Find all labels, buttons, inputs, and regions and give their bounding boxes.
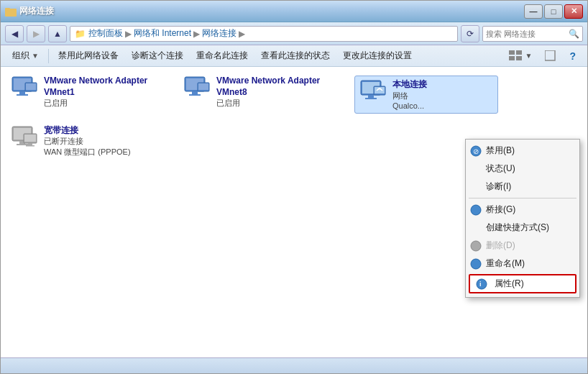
organize-arrow: ▼ [32,52,39,60]
svg-point-35 [471,205,481,215]
svg-point-38 [477,279,487,289]
local-adapter: Qualco... [392,101,495,110]
diagnose-label: 诊断这个连接 [132,50,183,62]
svg-rect-28 [17,144,28,145]
local-name: 本地连接 [392,79,495,91]
svg-rect-32 [26,145,35,147]
svg-point-37 [471,259,481,269]
toolbar-view-status[interactable]: 查看此连接的状态 [255,47,336,65]
breadcrumb-network-connections[interactable]: 网络连接 [202,27,236,40]
up-button[interactable]: ▲ [48,25,67,42]
broadband-type: WAN 微型端口 (PPPOE) [44,147,153,158]
vmnet1-icon [9,76,38,101]
forward-button[interactable]: ▶ [27,25,45,42]
view-status-label: 查看此连接的状态 [261,50,330,62]
broadband-info: 宽带连接 已断开连接 WAN 微型端口 (PPPOE) [44,125,153,158]
refresh-button[interactable]: ⟳ [461,25,479,42]
toolbar-rename[interactable]: 重命名此连接 [190,47,254,65]
search-input[interactable] [486,29,569,38]
file-row-1: VMware Network Adapter VMnet1 已启用 [9,76,579,114]
file-item-vmnet8[interactable]: VMware Network Adapter VMnet8 已启用 [182,76,326,109]
ctx-bridge-icon [470,204,482,216]
ctx-disable[interactable]: ⊘ 禁用(B) [466,142,579,160]
toolbar-view-toggle[interactable]: ▼ [503,47,538,65]
ctx-properties[interactable]: i 属性(R) [469,274,576,293]
toolbar-layout-toggle[interactable] [539,47,562,65]
svg-rect-3 [516,50,522,55]
broadband-status: 已断开连接 [44,136,153,147]
ctx-delete: 删除(D) [466,237,579,255]
ctx-diagnose[interactable]: 诊断(I) [466,178,579,196]
vmnet8-icon [182,76,211,101]
local-icon [358,79,387,105]
svg-rect-10 [17,94,28,96]
search-box[interactable]: 🔍 [482,26,583,42]
folder-icon [5,6,17,17]
addressbar: ◀ ▶ ▲ 📁 控制面板 ▶ 网络和 Internet ▶ 网络连接 ▶ ⟳ 🔍 [1,22,587,45]
context-menu: ⊘ 禁用(B) 状态(U) 诊断(I) 桥接(G) 创 [465,139,580,298]
ctx-disable-label: 禁用(B) [486,145,515,157]
file-item-broadband[interactable]: 宽带连接 已断开连接 WAN 微型端口 (PPPOE) [9,125,153,158]
svg-rect-2 [509,50,515,55]
local-network: 网络 [392,91,495,101]
breadcrumb-control-panel[interactable]: 控制面板 [88,27,123,40]
content-area: VMware Network Adapter VMnet1 已启用 [1,67,587,357]
svg-rect-16 [189,94,201,96]
vmnet1-name: VMware Network Adapter VMnet1 [44,76,153,98]
svg-rect-18 [198,83,208,90]
ctx-properties-label: 属性(R) [495,278,524,290]
address-path[interactable]: 📁 控制面板 ▶ 网络和 Internet ▶ 网络连接 ▶ [70,26,458,42]
ctx-bridge[interactable]: 桥接(G) [466,201,579,219]
close-button[interactable]: ✕ [564,4,583,19]
layout-icon [545,50,556,62]
view-icon [509,50,523,62]
svg-text:⊘: ⊘ [473,147,479,155]
svg-rect-6 [545,50,555,60]
search-icon[interactable]: 🔍 [569,29,579,39]
toolbar-disable[interactable]: 禁用此网络设备 [52,47,124,65]
view-arrow: ▼ [525,52,533,60]
file-item-local[interactable]: 本地连接 网络 Qualco... [354,76,498,114]
ctx-delete-label: 删除(D) [486,240,515,252]
ctx-status[interactable]: 状态(U) [466,160,579,178]
back-button[interactable]: ◀ [5,25,24,42]
svg-rect-4 [509,56,515,60]
svg-rect-12 [26,83,36,90]
vmnet8-name: VMware Network Adapter VMnet8 [216,76,326,98]
toolbar-help[interactable]: ? [564,47,582,65]
svg-rect-21 [368,95,374,98]
toolbar-organize[interactable]: 组织 ▼ [6,47,45,65]
vmnet1-status: 已启用 [44,98,153,109]
ctx-rename-label: 重命名(M) [486,257,525,270]
ctx-properties-icon: i [476,278,487,290]
ctx-rename[interactable]: 重命名(M) [466,255,579,273]
vmnet8-info: VMware Network Adapter VMnet8 已启用 [216,76,326,109]
svg-rect-31 [28,143,32,145]
maximize-button[interactable]: □ [544,4,563,19]
svg-rect-9 [19,91,25,94]
svg-rect-1 [5,8,10,10]
ctx-bridge-label: 桥接(G) [486,204,515,216]
svg-rect-22 [365,98,377,99]
window-title: 网络连接 [19,5,54,17]
organize-label: 组织 [12,50,29,62]
vmnet8-status: 已启用 [216,98,326,109]
ctx-diagnose-icon [470,181,482,193]
ctx-status-icon [470,163,482,175]
ctx-status-label: 状态(U) [486,163,515,175]
titlebar-left: 网络连接 [5,5,54,17]
toolbar-change-settings[interactable]: 更改此连接的设置 [337,47,418,65]
titlebar-controls: — □ ✕ [524,4,583,19]
broadband-icon [9,125,38,151]
file-item-vmnet1[interactable]: VMware Network Adapter VMnet1 已启用 [9,76,153,109]
toolbar-diagnose[interactable]: 诊断这个连接 [126,47,189,65]
breadcrumb-network-internet[interactable]: 网络和 Internet [134,27,191,40]
ctx-create-shortcut[interactable]: 创建快捷方式(S) [466,219,579,237]
ctx-diagnose-label: 诊断(I) [486,181,511,193]
minimize-button[interactable]: — [524,4,543,19]
toolbar: 组织 ▼ 禁用此网络设备 诊断这个连接 重命名此连接 查看此连接的状态 更改此连… [1,45,587,67]
svg-rect-15 [192,91,198,94]
ctx-shortcut-icon [470,222,482,234]
ctx-shortcut-label: 创建快捷方式(S) [486,222,549,234]
vmnet1-info: VMware Network Adapter VMnet1 已启用 [44,76,153,109]
